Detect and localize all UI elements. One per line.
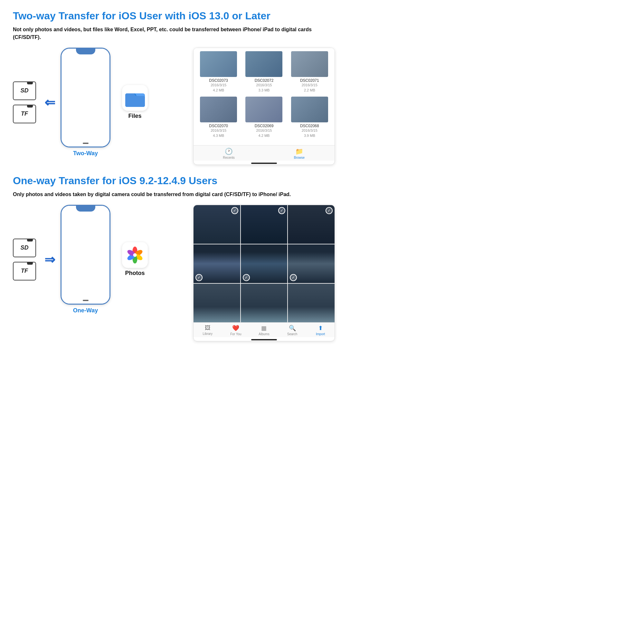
file-item-4: DSC02070 2016/3/154.3 MB (197, 97, 240, 138)
oneway-desc: Only photos and videos taken by digital … (13, 191, 335, 198)
twoway-diagram: SD TF ⇐ Two-Way Files (13, 48, 335, 165)
oneway-phone: One-Way (61, 205, 110, 314)
file-item-3: DSC02071 2016/3/152.2 MB (289, 51, 331, 93)
file-meta-1: 2016/3/154.2 MB (211, 83, 226, 93)
file-thumb-6 (291, 97, 328, 122)
photos-app-icon-wrap: Photos (122, 242, 148, 277)
file-meta-5: 2016/3/154.2 MB (256, 128, 272, 138)
file-name-3: DSC02071 (300, 78, 319, 83)
tab-recents[interactable]: 🕐 Recents (194, 147, 264, 159)
check-6: ✓ (290, 274, 297, 281)
sd-card: SD (13, 81, 36, 100)
file-name-4: DSC02070 (209, 124, 228, 128)
photo-cell-7 (194, 284, 240, 322)
oneway-diagram: SD TF ⇒ One-Way (13, 205, 335, 341)
oneway-phone-side-button (110, 225, 110, 232)
twoway-label: Two-Way (73, 150, 98, 157)
phone-body (61, 48, 110, 147)
oneway-phone-body (61, 205, 110, 305)
file-thumb-2 (245, 51, 282, 77)
foryou-icon: ❤️ (232, 325, 239, 332)
file-name-6: DSC02068 (300, 124, 319, 128)
oneway-arrow-right: ⇒ (44, 252, 55, 267)
photos-app-icon (122, 242, 148, 268)
files-app-icon-wrap: Files (122, 85, 148, 119)
photos-bottom-bar (251, 339, 277, 340)
file-thumb-5 (245, 97, 282, 122)
photo-cell-2: ✓ (241, 205, 288, 244)
phone-home-bar (83, 143, 89, 144)
photo-cell-9 (288, 284, 335, 322)
twoway-left: SD TF ⇐ Two-Way Files (13, 48, 135, 157)
albums-label: Albums (259, 332, 269, 336)
tab-browse[interactable]: 📁 Browse (264, 147, 335, 159)
file-meta-2: 2016/3/153.3 MB (256, 83, 272, 93)
photos-app-label: Photos (125, 270, 145, 277)
photos-pinwheel-svg (125, 245, 145, 265)
recents-icon: 🕐 (225, 147, 233, 155)
oneway-cards-column: SD TF (13, 239, 36, 280)
files-grid: DSC02073 2016/3/154.2 MB DSC02072 2016/3… (194, 48, 335, 145)
files-folder-svg (125, 88, 146, 109)
check-3: ✓ (326, 207, 333, 214)
files-row-2: DSC02070 2016/3/154.3 MB DSC02069 2016/3… (197, 97, 331, 138)
files-app-label: Files (128, 113, 141, 119)
oneway-screenshot: ✓ ✓ ✓ ✓ ✓ ✓ (145, 205, 335, 341)
import-icon: ⬆ (318, 325, 323, 332)
oneway-title: One-way Transfer for iOS 9.2-12.4.9 User… (13, 175, 335, 187)
photo-cell-3: ✓ (288, 205, 335, 244)
photo-cell-8 (241, 284, 288, 322)
import-label: Import (316, 332, 325, 336)
oneway-label: One-Way (73, 307, 98, 314)
oneway-sd-card: SD (13, 239, 36, 257)
library-icon: 🖼 (205, 325, 211, 331)
browse-label: Browse (294, 156, 305, 159)
file-thumb-3 (291, 51, 328, 77)
phone-side-button (110, 68, 110, 75)
file-item-2: DSC02072 2016/3/153.3 MB (243, 51, 285, 93)
phone-illustration: Two-Way (61, 48, 110, 157)
photos-tab-search[interactable]: 🔍 Search (278, 325, 307, 336)
oneway-phone-home-bar (83, 300, 89, 301)
photo-cell-4: ✓ (194, 244, 240, 283)
file-name-1: DSC02073 (209, 78, 228, 83)
files-tab-bar: 🕐 Recents 📁 Browse (194, 145, 335, 161)
check-4: ✓ (195, 274, 203, 281)
oneway-tf-card: TF (13, 262, 36, 280)
bottom-home-bar (251, 163, 277, 164)
file-name-2: DSC02072 (255, 78, 274, 83)
search-label: Search (287, 332, 298, 336)
photos-tab-albums[interactable]: ▦ Albums (250, 325, 278, 336)
photo-cell-5: ✓ (241, 244, 288, 283)
file-name-5: DSC02069 (255, 124, 274, 128)
albums-icon: ▦ (261, 325, 267, 332)
library-label: Library (203, 332, 213, 336)
file-item-6: DSC02068 2016/3/153.9 MB (289, 97, 331, 138)
phone-screen (62, 49, 109, 147)
photos-grid: ✓ ✓ ✓ ✓ ✓ ✓ (194, 205, 335, 322)
twoway-desc: Not only photos and videos, but files li… (13, 26, 335, 41)
search-icon: 🔍 (289, 325, 296, 332)
cards-column: SD TF (13, 81, 36, 123)
check-1: ✓ (231, 207, 238, 214)
photos-panel: ✓ ✓ ✓ ✓ ✓ ✓ (193, 205, 335, 341)
check-2: ✓ (278, 207, 285, 214)
check-5: ✓ (243, 274, 250, 281)
twoway-title: Two-way Transfer for iOS User with iOS 1… (13, 10, 335, 22)
svg-point-8 (133, 253, 137, 257)
photos-tab-import[interactable]: ⬆ Import (306, 325, 335, 336)
photos-tab-library[interactable]: 🖼 Library (194, 325, 222, 336)
photo-cell-6: ✓ (288, 244, 335, 283)
files-panel: DSC02073 2016/3/154.2 MB DSC02072 2016/3… (193, 48, 335, 165)
oneway-phone-screen (62, 206, 109, 304)
recents-label: Recents (223, 156, 235, 159)
photo-cell-1: ✓ (194, 205, 240, 244)
phone-notch (76, 49, 95, 54)
file-meta-4: 2016/3/154.3 MB (211, 128, 226, 138)
twoway-arrow-left: ⇐ (44, 95, 55, 110)
file-thumb-4 (200, 97, 237, 122)
foryou-label: For You (230, 332, 241, 336)
tf-card: TF (13, 105, 36, 123)
oneway-left: SD TF ⇒ One-Way (13, 205, 135, 314)
photos-tab-foryou[interactable]: ❤️ For You (222, 325, 250, 336)
